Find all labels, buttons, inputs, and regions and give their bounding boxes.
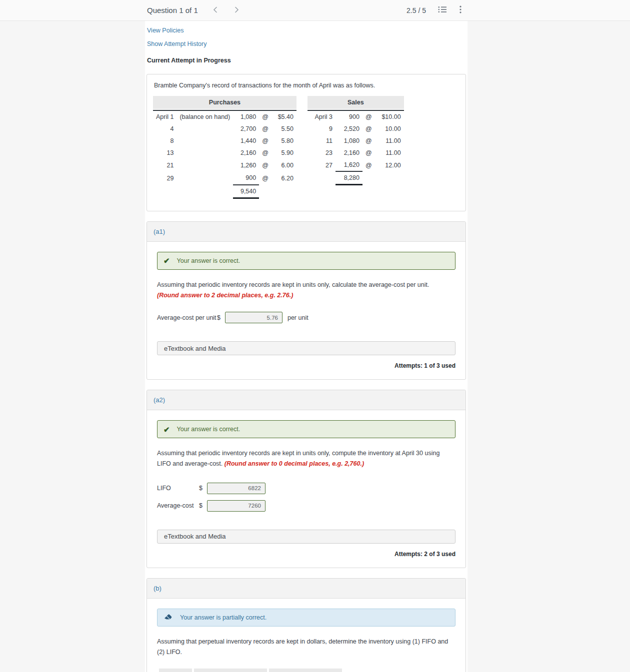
avg-cost-per-unit-input[interactable] — [225, 312, 282, 323]
attempts-counter: Attempts: 2 of 3 used — [157, 551, 456, 558]
purchase-date: 29 — [153, 172, 176, 185]
show-attempt-history-link[interactable]: Show Attempt History — [147, 39, 466, 49]
question-list-button[interactable] — [437, 5, 448, 15]
sale-price: 12.00 — [375, 159, 404, 172]
chevron-left-icon — [213, 6, 218, 14]
purchase-date: 21 — [153, 159, 176, 172]
a1-rounding-note: (Round answer to 2 decimal places, e.g. … — [157, 292, 293, 299]
sale-qty — [336, 185, 362, 199]
table-row: 8 1,440 @ 5.80 11 1,080 @ 11.00 — [153, 135, 404, 147]
sale-qty: 900 — [336, 111, 362, 123]
sale-qty: 2,160 — [336, 147, 362, 159]
at-symbol: @ — [362, 123, 375, 135]
etextbook-label: eTextbook and Media — [164, 533, 226, 540]
etextbook-media-bar[interactable]: eTextbook and Media — [157, 530, 456, 544]
question-title: Question 1 of 1 — [147, 6, 198, 14]
previous-question-button[interactable] — [211, 4, 220, 16]
purchase-date: 4 — [153, 123, 176, 135]
at-symbol — [362, 172, 375, 185]
partially-correct-alert: Your answer is partially correct. — [157, 609, 456, 627]
purchase-price: 5.50 — [272, 123, 296, 135]
at-symbol — [362, 185, 375, 199]
at-symbol: @ — [259, 159, 272, 172]
currency-symbol: $ — [217, 314, 220, 321]
transactions-table: Purchases Sales April 1 (balance on hand… — [153, 96, 404, 199]
header-gap — [296, 96, 308, 109]
a2-rounding-note: (Round answer to 0 decimal places, e.g. … — [224, 460, 364, 467]
purchase-qty: 1,260 — [233, 159, 259, 172]
etextbook-label: eTextbook and Media — [164, 345, 226, 352]
sale-date: 27 — [308, 159, 336, 172]
sale-qty: 1,080 — [336, 135, 362, 147]
current-attempt-label: Current Attempt in Progress — [147, 57, 466, 64]
purchase-qty: 900 — [233, 172, 259, 185]
average-cost-label: Average-cost — [157, 502, 199, 509]
view-policies-link[interactable]: View Policies — [147, 26, 466, 35]
purchase-price: $5.40 — [272, 111, 296, 123]
a2-prompt: Assuming that periodic inventory records… — [157, 448, 452, 470]
more-options-button[interactable] — [458, 4, 462, 16]
at-symbol: @ — [259, 172, 272, 185]
average-cost-inventory-input[interactable] — [207, 500, 266, 512]
question-statement-card: Bramble Company's record of transactions… — [146, 74, 466, 211]
sale-date — [308, 172, 336, 185]
checkmark-icon: ✔ — [164, 257, 170, 264]
purchase-qty: 1,080 — [233, 111, 259, 123]
purchase-desc: (balance on hand) — [176, 111, 233, 123]
purchases-total: 9,540 — [233, 185, 259, 199]
sale-date — [308, 185, 336, 199]
table-row: 29 900 @ 6.20 8,280 — [153, 172, 404, 185]
alert-text: Your answer is partially correct. — [180, 614, 266, 621]
purchase-date: 8 — [153, 135, 176, 147]
purchase-qty: 1,440 — [233, 135, 259, 147]
purchase-desc — [176, 147, 233, 159]
at-symbol — [259, 185, 272, 199]
question-content-column: View Policies Show Attempt History Curre… — [145, 21, 468, 672]
attempts-counter: Attempts: 1 of 3 used — [157, 362, 456, 369]
fifo-lifo-table: (1) FIFO (2) LIFO — [157, 669, 344, 672]
etextbook-media-bar[interactable]: eTextbook and Media — [157, 341, 456, 355]
kebab-menu-icon — [460, 5, 462, 15]
avg-cost-per-unit-label: Average-cost per unit — [157, 314, 217, 321]
sale-price: $10.00 — [375, 111, 404, 123]
score-display: 2.5 / 5 — [406, 6, 426, 14]
at-symbol: @ — [362, 135, 375, 147]
sale-price: 10.00 — [375, 123, 404, 135]
sale-price: 11.00 — [375, 147, 404, 159]
sale-qty: 1,620 — [336, 159, 362, 172]
purchases-header: Purchases — [153, 96, 296, 109]
eraser-icon — [164, 613, 173, 622]
fifo-column-header: (1) FIFO — [194, 669, 267, 672]
purchase-date: April 1 — [153, 111, 176, 123]
next-question-button[interactable] — [232, 4, 241, 16]
section-a1-card: (a1) ✔ Your answer is correct. Assuming … — [146, 221, 466, 380]
table-row: 9,540 — [153, 185, 404, 199]
section-a2-card: (a2) ✔ Your answer is correct. Assuming … — [146, 390, 466, 568]
alert-text: Your answer is correct. — [177, 257, 240, 264]
a1-prompt: Assuming that periodic inventory records… — [157, 280, 452, 301]
sale-date: 23 — [308, 147, 336, 159]
sale-qty: 2,520 — [336, 123, 362, 135]
policy-links: View Policies Show Attempt History — [146, 26, 466, 49]
lifo-column-header: (2) LIFO — [269, 669, 342, 672]
sale-price — [375, 172, 404, 185]
b-prompt-text: Assuming that perpetual inventory record… — [157, 638, 448, 656]
per-unit-suffix: per unit — [288, 314, 308, 321]
correct-answer-alert: ✔ Your answer is correct. — [157, 420, 456, 438]
alert-text: Your answer is correct. — [177, 426, 240, 433]
correct-answer-alert: ✔ Your answer is correct. — [157, 252, 456, 270]
purchase-qty: 2,700 — [233, 123, 259, 135]
table-row: 13 2,160 @ 5.90 23 2,160 @ 11.00 — [153, 147, 404, 159]
at-symbol: @ — [362, 111, 375, 123]
table-row: April 1 (balance on hand) 1,080 @ $5.40 … — [153, 111, 404, 123]
empty-header-cell — [159, 669, 192, 672]
lifo-label: LIFO — [157, 485, 199, 492]
purchase-desc — [176, 123, 233, 135]
purchase-desc — [176, 159, 233, 172]
sales-header: Sales — [308, 96, 404, 109]
sale-date: 9 — [308, 123, 336, 135]
purchase-desc — [176, 135, 233, 147]
at-symbol: @ — [259, 135, 272, 147]
lifo-inventory-input[interactable] — [207, 483, 266, 494]
currency-symbol: $ — [199, 485, 202, 492]
